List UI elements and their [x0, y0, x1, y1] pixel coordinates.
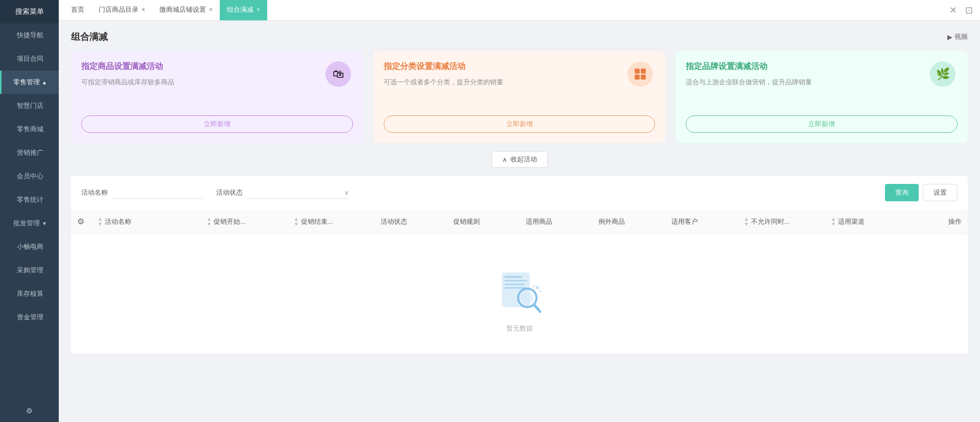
th-goods: 适用商品: [526, 217, 598, 226]
promo-card-category-btn[interactable]: 立即新增: [384, 115, 656, 133]
svg-point-10: [521, 292, 533, 304]
promo-cards: 🛍 指定商品设置满减活动 可指定滞销商品或库存较多商品 立即新增 指定分类设置满…: [71, 51, 968, 143]
close-tab-wechat-store-settings[interactable]: ×: [209, 6, 213, 13]
empty-text: 暂无数据: [506, 324, 533, 333]
content-area: 组合满减 ▶ 视频 🛍 指定商品设置满减活动 可指定滞销商品或库存较多商品 立即…: [59, 20, 980, 422]
main-area: 首页 门店商品目录 × 微商城店铺设置 × 组合满减 × ✕ ⊡ 组合满减 ▶ …: [59, 0, 980, 422]
sidebar-item-member-center[interactable]: 会员中心: [0, 165, 59, 188]
filter-status-label: 活动状态: [216, 188, 243, 197]
promo-card-product: 🛍 指定商品设置满减活动 可指定滞销商品或库存较多商品 立即新增: [71, 51, 363, 143]
promo-card-product-icon: 🛍: [325, 61, 351, 87]
chevron-down-icon: ▼: [42, 221, 47, 226]
svg-rect-2: [635, 75, 640, 80]
sidebar-item-finance-mgmt[interactable]: 资金管理: [0, 306, 59, 329]
sidebar-item-purchase-mgmt[interactable]: 采购管理: [0, 259, 59, 282]
svg-line-11: [534, 304, 540, 312]
settings-button[interactable]: 设置: [923, 184, 958, 201]
promo-card-brand-icon: 🌿: [930, 61, 955, 87]
sort-icon-noconc[interactable]: ▲▼: [744, 217, 749, 227]
filter-name-group: 活动名称: [81, 186, 204, 199]
th-start: ▲▼ 促销开始...: [206, 217, 294, 227]
chevron-up-icon: ∧: [502, 156, 507, 163]
promo-card-category-icon: [627, 61, 653, 87]
window-maximize-btn[interactable]: ⊡: [963, 5, 975, 16]
page-title: 组合满减: [71, 31, 108, 43]
empty-illustration: [489, 265, 550, 316]
collapse-bar: ∧ 收起活动: [71, 151, 968, 168]
tab-store-catalog[interactable]: 门店商品目录 ×: [91, 0, 152, 20]
sidebar-item-retail-mgmt[interactable]: 零售管理 ▲: [0, 71, 59, 94]
th-cust: 适用客户: [671, 217, 744, 226]
table-header: ⚙ ▲▼ 活动名称 ▲▼ 促销开始... ▲▼ 促销结束...: [71, 209, 968, 234]
filter-name-label: 活动名称: [81, 188, 108, 197]
sidebar-item-project-contract[interactable]: 项目合同: [0, 47, 59, 71]
promo-card-brand: 🌿 指定品牌设置满减活动 适合与上游企业联合做营销，提升品牌销量 立即新增: [675, 51, 968, 143]
chevron-up-icon: ▲: [42, 80, 47, 85]
promo-card-brand-desc: 适合与上游企业联合做营销，提升品牌销量: [686, 77, 958, 88]
query-button[interactable]: 查询: [885, 184, 919, 201]
filter-actions: 查询 设置: [885, 184, 958, 201]
svg-rect-7: [504, 284, 525, 285]
sidebar-item-marketing[interactable]: 营销推广: [0, 141, 59, 165]
play-icon: ▶: [947, 33, 952, 41]
sort-icon-start[interactable]: ▲▼: [206, 217, 212, 227]
svg-rect-1: [641, 68, 646, 74]
tab-home[interactable]: 首页: [64, 0, 91, 20]
promo-card-product-desc: 可指定滞销商品或库存较多商品: [81, 77, 353, 88]
table-wrapper: ⚙ ▲▼ 活动名称 ▲▼ 促销开始... ▲▼ 促销结束...: [71, 209, 968, 354]
svg-point-12: [536, 286, 539, 289]
tabbar-actions: ✕ ⊡: [947, 5, 975, 16]
sidebar-item-inventory-calc[interactable]: 库存核算: [0, 282, 59, 306]
promo-card-category-desc: 可选一个或者多个分类，提升分类的销量: [384, 77, 656, 88]
close-tab-store-catalog[interactable]: ×: [142, 6, 145, 13]
promo-card-category-title: 指定分类设置满减活动: [384, 61, 656, 72]
promo-card-brand-title: 指定品牌设置满减活动: [686, 61, 958, 72]
svg-point-14: [533, 285, 535, 287]
sidebar-item-quick-nav[interactable]: 快捷导航: [0, 24, 59, 47]
video-link[interactable]: ▶ 视频: [947, 32, 968, 41]
th-gear[interactable]: ⚙: [77, 217, 98, 226]
empty-state: 暂无数据: [71, 234, 968, 354]
svg-rect-8: [504, 287, 526, 289]
filter-status-group: 活动状态 ∨: [216, 187, 349, 199]
tab-wechat-store-settings[interactable]: 微商城店铺设置 ×: [152, 0, 220, 20]
gear-icon[interactable]: ⚙: [77, 217, 84, 226]
sidebar-item-smart-store[interactable]: 智慧门店: [0, 94, 59, 118]
th-noconc: ▲▼ 不允许同时...: [744, 217, 831, 227]
sidebar-item-retail-stats[interactable]: 零售统计: [0, 188, 59, 212]
sort-icon-name[interactable]: ▲▼: [98, 217, 103, 227]
promo-card-category: 指定分类设置满减活动 可选一个或者多个分类，提升分类的销量 立即新增: [374, 51, 666, 143]
gear-icon: ⚙: [26, 407, 33, 415]
tabbar: 首页 门店商品目录 × 微商城店铺设置 × 组合满减 × ✕ ⊡: [59, 0, 980, 20]
sort-icon-channel[interactable]: ▲▼: [831, 217, 836, 227]
th-end: ▲▼ 促销结束...: [294, 217, 381, 227]
svg-rect-0: [635, 68, 640, 74]
th-status: 活动状态: [381, 217, 453, 226]
page-header: 组合满减 ▶ 视频: [71, 31, 968, 43]
sort-icon-end[interactable]: ▲▼: [294, 217, 299, 227]
sidebar: 搜索菜单 快捷导航 项目合同 零售管理 ▲ 智慧门店 零售商城 营销推广 会员中…: [0, 0, 59, 422]
sidebar-settings-btn[interactable]: ⚙: [0, 400, 59, 422]
chevron-down-icon: ∨: [344, 189, 349, 196]
filter-status-select[interactable]: ∨: [247, 187, 349, 199]
svg-rect-6: [504, 280, 527, 282]
window-close-btn[interactable]: ✕: [947, 5, 959, 16]
tab-combo-discount[interactable]: 组合满减 ×: [220, 0, 267, 20]
th-op: 操作: [903, 217, 962, 226]
sidebar-search[interactable]: 搜索菜单: [0, 0, 59, 24]
th-rule: 促销规则: [453, 217, 526, 226]
th-excl: 例外商品: [598, 217, 671, 226]
promo-card-product-title: 指定商品设置满减活动: [81, 61, 353, 72]
collapse-btn[interactable]: ∧ 收起活动: [492, 151, 548, 168]
filter-and-table: 活动名称 活动状态 ∨ 查询 设置: [71, 176, 968, 354]
promo-card-brand-btn[interactable]: 立即新增: [686, 115, 958, 133]
filter-name-input[interactable]: [112, 186, 204, 199]
th-channel: ▲▼ 适用渠道: [831, 217, 903, 227]
sidebar-item-wholesale-mgmt[interactable]: 批发管理 ▼: [0, 212, 59, 235]
sidebar-item-retail-mall[interactable]: 零售商城: [0, 118, 59, 141]
sidebar-item-xiochang-ecom[interactable]: 小畅电商: [0, 235, 59, 259]
filter-bar: 活动名称 活动状态 ∨ 查询 设置: [71, 176, 968, 209]
close-tab-combo-discount[interactable]: ×: [256, 6, 260, 13]
svg-rect-3: [641, 75, 646, 80]
promo-card-product-btn[interactable]: 立即新增: [81, 115, 353, 133]
